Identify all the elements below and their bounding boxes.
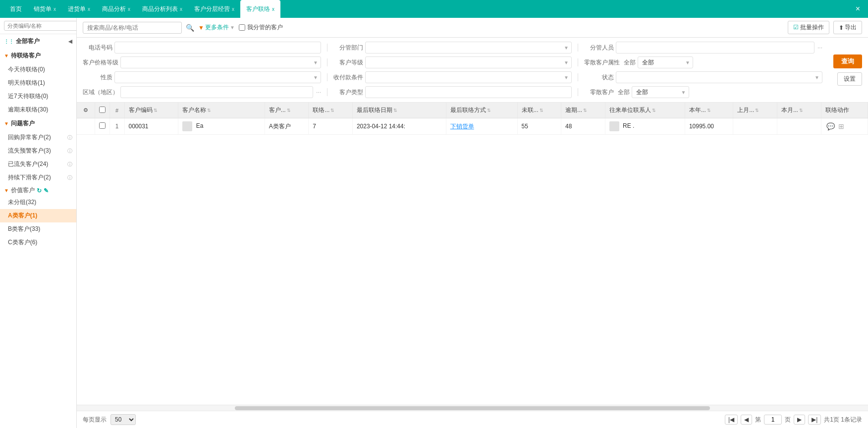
filter-phone-input[interactable] [114, 42, 321, 54]
cell-last-method[interactable]: 下销货单 [446, 118, 517, 135]
sidebar-item-overdue[interactable]: 逾期未联络(30) [0, 103, 76, 116]
filter-nature-label: 性质 [83, 73, 112, 82]
select-all-checkbox[interactable] [99, 107, 106, 113]
sidebar-all-customers[interactable]: ⋮⋮ 全部客户 ◀ [0, 34, 76, 49]
sidebar-item-class-c[interactable]: C类客户(6) [0, 236, 76, 249]
batch-operation-btn[interactable]: ☑ 批量操作 [788, 21, 829, 34]
export-btn[interactable]: ⬆ 导出 [833, 21, 862, 34]
sidebar-item-class-a[interactable]: A类客户(1) [0, 209, 76, 222]
th-last-method[interactable]: 最后联络方式⇅ [446, 103, 517, 118]
filter-search-input[interactable] [83, 22, 182, 34]
th-contact-count[interactable]: 联络...⇅ [309, 103, 353, 118]
sidebar: 🔍 ⋮⋮ 全部客户 ◀ ▼ 待联络客户 今天待联络(0) 明天待联络(1) [0, 18, 77, 428]
action-comment-icon[interactable]: 💬 [826, 122, 835, 130]
sidebar-item-churn-warning[interactable]: 流失预警客户(3) ⓘ [0, 144, 76, 158]
checkbox-icon: ☑ [793, 24, 799, 31]
value-edit-icon[interactable]: ✎ [44, 187, 49, 194]
th-overdue[interactable]: 逾期...⇅ [561, 103, 605, 118]
sort-icon-last-month: ⇅ [755, 108, 759, 113]
th-last-date[interactable]: 最后联络日期⇅ [352, 103, 446, 118]
th-this-month[interactable]: 本月...⇅ [777, 103, 821, 118]
filter-dept-select[interactable] [365, 42, 572, 54]
th-code[interactable]: 客户编码⇅ [124, 103, 178, 118]
scrollbar-thumb[interactable] [235, 406, 709, 410]
filter-region-label: 区域（地区） [83, 88, 118, 97]
filter-region-input[interactable] [120, 86, 313, 98]
th-last-month[interactable]: 上月...⇅ [733, 103, 777, 118]
th-this-year[interactable]: 本年...⇅ [685, 103, 733, 118]
sort-icon-last-date: ⇅ [393, 108, 397, 113]
section-header-pending[interactable]: ▼ 待联络客户 [0, 49, 76, 63]
filter-region-dots[interactable]: ··· [316, 89, 321, 96]
page-input[interactable] [764, 415, 782, 425]
nav-item-purchase[interactable]: 进货单 x [62, 0, 96, 18]
th-gear[interactable]: ⚙ [77, 103, 95, 118]
th-uncontact[interactable]: 未联...⇅ [517, 103, 561, 118]
per-page-select[interactable]: 50 20 100 [110, 414, 136, 425]
nav-close-purchase[interactable]: x [88, 6, 90, 12]
sidebar-search-input[interactable] [4, 21, 77, 31]
filter-retail-customer-value: 全部 [618, 88, 630, 97]
nav-item-customer-contact[interactable]: 客户联络 x [240, 0, 280, 18]
nav-close-customer-tier[interactable]: x [232, 6, 234, 12]
sidebar-item-unclassified[interactable]: 未分组(32) [0, 196, 76, 209]
table-footer: 每页显示 50 20 100 |◀ ◀ 第 页 ▶ ▶| 共1页 1条记录 [77, 411, 868, 428]
filter-manager-input[interactable] [616, 42, 814, 54]
value-refresh-icon[interactable]: ↻ [37, 187, 42, 194]
filter-retail-attr-select[interactable]: 全部 [638, 56, 693, 68]
sort-icon-this-year: ⇅ [707, 108, 711, 113]
sort-icon-contact-count: ⇅ [330, 108, 334, 113]
cell-checkbox [95, 118, 109, 135]
nav-close-sales[interactable]: x [54, 6, 56, 12]
total-records-label: 共1页 1条记录 [824, 416, 862, 424]
nav-close-product-analysis[interactable]: x [128, 6, 130, 12]
sidebar-item-churned[interactable]: 已流失客户(24) ⓘ [0, 158, 76, 171]
prev-page-btn[interactable]: ◀ [741, 415, 752, 425]
footer-right: |◀ ◀ 第 页 ▶ ▶| 共1页 1条记录 [725, 415, 862, 425]
action-grid-icon[interactable]: ⊞ [838, 122, 844, 130]
filter-row-2: 客户价格等级 ▼ 客户等级 ▼ [83, 56, 822, 68]
filter-right-buttons: 查询 设置 [822, 42, 862, 98]
sidebar-item-class-b[interactable]: B类客户(33) [0, 222, 76, 236]
sidebar-item-today[interactable]: 今天待联络(0) [0, 63, 76, 76]
nav-item-product-analysis[interactable]: 商品分析 x [96, 0, 136, 18]
filter-nature-wrap: ▼ [114, 71, 321, 83]
th-name[interactable]: 客户名称⇅ [178, 103, 265, 118]
filter-customer-type-input[interactable] [365, 86, 572, 98]
last-page-btn[interactable]: ▶| [808, 415, 821, 425]
customer-avatar [182, 121, 192, 131]
nav-item-product-analysis-list[interactable]: 商品分析列表 x [136, 0, 188, 18]
filter-customer-level-select[interactable] [365, 56, 572, 68]
collapse-icon: ◀ [68, 39, 72, 44]
filter-price-level-select[interactable] [120, 56, 321, 68]
first-page-btn[interactable]: |◀ [725, 415, 738, 425]
filter-payment-select[interactable] [365, 71, 572, 83]
filter-status-select[interactable] [616, 71, 822, 83]
setting-btn[interactable]: 设置 [837, 72, 862, 86]
nav-item-sales[interactable]: 销货单 x [28, 0, 62, 18]
sidebar-item-tomorrow[interactable]: 明天待联络(1) [0, 76, 76, 90]
query-btn[interactable]: 查询 [833, 54, 862, 68]
nav-item-home[interactable]: 首页 [4, 0, 28, 18]
th-type[interactable]: 客户...⇅ [265, 103, 309, 118]
sidebar-item-repurchase-abnormal[interactable]: 回购异常客户(2) ⓘ [0, 131, 76, 144]
sidebar-item-7days[interactable]: 近7天待联络(0) [0, 90, 76, 103]
th-contact2[interactable]: 往来单位联系人⇅ [605, 103, 685, 118]
nav-close-customer-contact[interactable]: x [272, 6, 274, 12]
sidebar-item-declining[interactable]: 持续下滑客户(2) ⓘ [0, 171, 76, 184]
filter-search-icon[interactable]: 🔍 [186, 24, 194, 32]
filter-nature-select[interactable] [114, 71, 321, 83]
next-page-btn[interactable]: ▶ [794, 415, 805, 425]
horizontal-scrollbar[interactable] [77, 405, 868, 411]
nav-close-product-analysis-list[interactable]: x [180, 6, 182, 12]
filter-retail-customer-select[interactable]: 全部 [632, 86, 689, 98]
section-header-problem[interactable]: ▼ 问题客户 [0, 116, 76, 131]
filter-more-btn[interactable]: ▼ 更多条件 ▼ [198, 23, 235, 32]
filter-status-label: 状态 [584, 73, 614, 82]
filter-manager-dots[interactable]: ··· [817, 44, 822, 51]
sort-icon-name: ⇅ [207, 108, 211, 113]
row-checkbox[interactable] [99, 122, 106, 129]
my-customers-checkbox[interactable] [239, 24, 245, 31]
nav-close-all[interactable]: × [852, 2, 864, 15]
nav-item-customer-tier[interactable]: 客户分层经营 x [188, 0, 240, 18]
